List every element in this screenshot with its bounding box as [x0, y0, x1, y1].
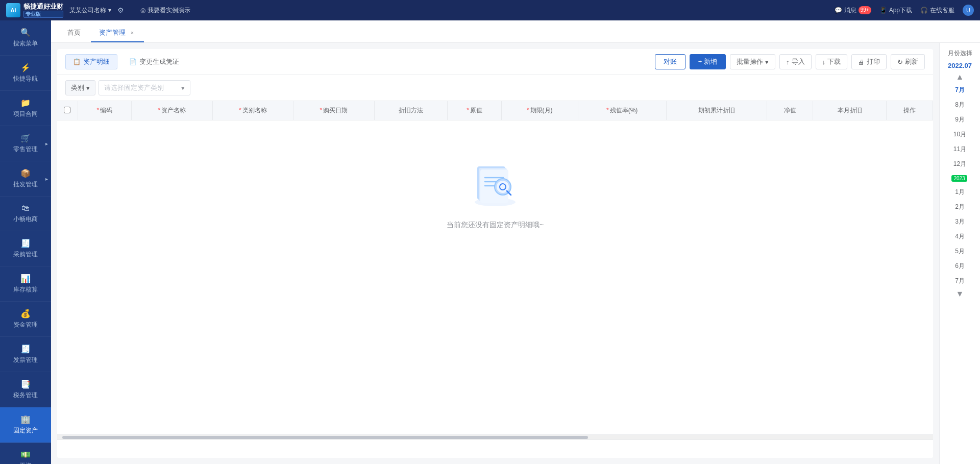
tab-asset[interactable]: 资产管理 × [91, 24, 144, 42]
fixedasset-icon: 🏢 [20, 414, 31, 424]
month-item-2023-07[interactable]: 7月 [940, 274, 980, 288]
select-all-checkbox[interactable] [64, 107, 70, 113]
sidebar-item-invoice[interactable]: 🧾 发票管理 [0, 337, 51, 372]
print-button[interactable]: 🖨 打印 [851, 54, 887, 69]
sidebar-item-fixedasset[interactable]: 🏢 固定资产 [0, 407, 51, 443]
purchase-icon: 🧾 [20, 238, 31, 248]
import-label: 导入 [792, 57, 805, 66]
month-up-nav[interactable]: ▲ [940, 71, 980, 83]
sidebar-label-fixedasset: 固定资产 [13, 426, 38, 435]
app-edition: 专业版 [23, 11, 63, 18]
month-item-2022-09[interactable]: 9月 [940, 112, 980, 127]
sidebar-item-retail[interactable]: 🛒 零售管理 [0, 126, 51, 161]
retail-icon: 🛒 [20, 133, 31, 143]
sidebar-item-wholesale[interactable]: 📦 批发管理 [0, 161, 51, 197]
project-icon: 📁 [20, 98, 31, 108]
month-item-2023-02[interactable]: 2月 [940, 200, 980, 214]
category-select: 类别 ▾ 请选择固定资产类别 ▾ [65, 80, 190, 95]
scroll-thumb [62, 436, 588, 439]
asset-table: *编码 *资产名称 *类别名称 *购买日期 [57, 101, 933, 120]
user-info[interactable]: U [963, 5, 974, 16]
demo-text: 我要看实例演示 [148, 6, 190, 15]
import-button[interactable]: ↑ 导入 [779, 54, 812, 69]
refresh-button[interactable]: ↻ 刷新 [891, 54, 925, 69]
sidebar-item-purchase[interactable]: 🧾 采购管理 [0, 231, 51, 266]
tab-home-label: 首页 [67, 28, 81, 37]
refresh-label: 刷新 [905, 57, 918, 66]
message-btn[interactable]: 💬 消息 99+ [835, 6, 871, 15]
tax-icon: 📑 [20, 379, 31, 389]
tab-home[interactable]: 首页 [59, 24, 89, 42]
category-label-btn[interactable]: 类别 ▾ [65, 80, 95, 95]
inner-content: 📋 资产明细 📄 变更生成凭证 对账 + 新增 批量操作 ▾ [51, 43, 980, 464]
category-input[interactable]: 请选择固定资产类别 ▾ [99, 80, 190, 95]
sidebar: 🔍 搜索菜单 ⚡ 快捷导航 📁 项目合同 🛒 零售管理 📦 批发管理 🛍 小畅电… [0, 20, 51, 464]
category-label-text: 类别 [71, 83, 84, 92]
content-area: 首页 资产管理 × 📋 资产明细 📄 变更生成凭证 [51, 20, 980, 464]
month-item-2022-11[interactable]: 11月 [940, 142, 980, 157]
table-container: *编码 *资产名称 *类别名称 *购买日期 [57, 101, 933, 434]
sidebar-label-purchase: 采购管理 [13, 250, 38, 259]
col-accumulated-depreciation: 期初累计折旧 [666, 101, 767, 120]
month-item-2022-10[interactable]: 10月 [940, 127, 980, 142]
invoice-icon: 🧾 [20, 344, 31, 354]
company-selector[interactable]: 某某公司名称 ▾ [69, 6, 111, 15]
category-dropdown-icon: ▾ [86, 84, 90, 92]
col-code: *编码 [78, 101, 131, 120]
month-down-nav[interactable]: ▼ [940, 288, 980, 300]
month-item-2023-04[interactable]: 4月 [940, 229, 980, 244]
demo-link[interactable]: ◎ 我要看实例演示 [140, 6, 190, 15]
company-dropdown-icon: ▾ [108, 7, 111, 14]
col-category-name: *类别名称 [212, 101, 293, 120]
online-service-btn[interactable]: 🎧 在线客服 [920, 6, 954, 15]
sidebar-label-quicknav: 快捷导航 [13, 75, 38, 83]
batch-button[interactable]: 批量操作 ▾ [730, 54, 775, 69]
month-item-2023-badge: 2023 [940, 172, 980, 185]
month-item-2023-06[interactable]: 6月 [940, 259, 980, 274]
wholesale-icon: 📦 [20, 168, 31, 178]
sidebar-item-finance[interactable]: 💰 资金管理 [0, 302, 51, 337]
toolbar-right: 对账 + 新增 批量操作 ▾ ↑ 导入 ↓ 下载 [655, 54, 925, 69]
month-item-2023-01[interactable]: 1月 [940, 185, 980, 200]
duizhang-button[interactable]: 对账 [655, 54, 685, 69]
sidebar-item-quicknav[interactable]: ⚡ 快捷导航 [0, 56, 51, 91]
filter-toolbar: 类别 ▾ 请选择固定资产类别 ▾ [57, 75, 933, 101]
month-item-2023-05[interactable]: 5月 [940, 244, 980, 259]
month-item-2022-08[interactable]: 8月 [940, 97, 980, 112]
month-item-2022-12[interactable]: 12月 [940, 157, 980, 172]
download-button[interactable]: ↓ 下载 [816, 54, 848, 69]
sidebar-item-ecommerce[interactable]: 🛍 小畅电商 [0, 197, 51, 231]
message-label: 消息 [844, 6, 856, 15]
sidebar-item-project[interactable]: 📁 项目合同 [0, 91, 51, 126]
add-button[interactable]: + 新增 [690, 54, 726, 69]
batch-label: 批量操作 [737, 57, 763, 66]
sidebar-item-tax[interactable]: 📑 税务管理 [0, 372, 51, 407]
month-item-2022-07[interactable]: 7月 [940, 83, 980, 97]
tab-close-icon[interactable]: × [129, 29, 136, 36]
top-bar-right: 💬 消息 99+ 📱 App下载 🎧 在线客服 U [835, 5, 974, 16]
import-icon: ↑ [786, 58, 790, 66]
print-icon: 🖨 [858, 58, 865, 66]
sub-tab-bar: 📋 资产明细 📄 变更生成凭证 对账 + 新增 批量操作 ▾ [57, 49, 933, 75]
scroll-bar[interactable] [57, 434, 933, 439]
settings-icon[interactable]: ⚙ [117, 6, 124, 14]
tab-asset-label: 资产管理 [99, 28, 126, 37]
month-item-2023-03[interactable]: 3月 [940, 214, 980, 229]
refresh-icon: ↻ [897, 58, 903, 66]
col-monthly-depreciation: 本月折旧 [813, 101, 887, 120]
app-download-btn[interactable]: 📱 App下载 [879, 6, 912, 15]
month-selector-header: 月份选择 [940, 46, 980, 61]
sidebar-item-salary[interactable]: 💵 工资 [0, 443, 51, 464]
sidebar-item-search[interactable]: 🔍 搜索菜单 [0, 20, 51, 56]
tab-bar: 首页 资产管理 × [51, 20, 980, 43]
month-selector-panel: 月份选择 2022.07 ▲ 7月 8月 9月 10月 11月 12月 2023… [939, 43, 980, 464]
message-icon: 💬 [835, 7, 842, 14]
sub-tab-asset-detail[interactable]: 📋 资产明细 [65, 54, 117, 69]
salary-icon: 💵 [20, 450, 31, 459]
sidebar-item-inventory[interactable]: 📊 库存核算 [0, 266, 51, 302]
top-bar: Ai 畅捷通好业财 专业版 某某公司名称 ▾ ⚙ ◎ 我要看实例演示 💬 消息 … [0, 0, 980, 20]
sidebar-label-search: 搜索菜单 [13, 39, 38, 48]
sidebar-label-finance: 资金管理 [13, 321, 38, 329]
phone-icon: 📱 [879, 7, 887, 14]
sub-tab-change-voucher[interactable]: 📄 变更生成凭证 [121, 54, 187, 69]
